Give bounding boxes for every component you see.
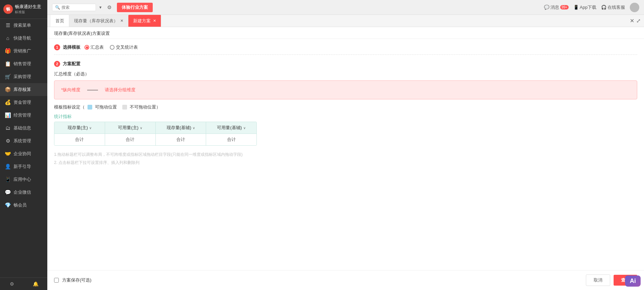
stats-section: 统计指标 现存量(主) ∨ 可用量(主) ∨	[54, 114, 637, 146]
online-service-label: 在线客服	[608, 4, 625, 10]
message-btn[interactable]: 💬 消息 99+	[544, 4, 569, 10]
table-header-0[interactable]: 现存量(主) ∨	[54, 122, 105, 134]
basic-info-icon: 🗂	[5, 125, 11, 131]
table-body-3: 合计	[206, 134, 256, 145]
sidebar-item-inventory[interactable]: 📦 库存核算	[0, 83, 47, 96]
dimension-box[interactable]: *纵向维度 —— 请选择分组维度	[54, 80, 637, 99]
sound-icon: 🔔	[33, 281, 39, 287]
sidebar-item-enterprise-wechat[interactable]: 💬 企业微信	[0, 186, 47, 199]
message-badge: 99+	[560, 5, 569, 9]
unmovable-badge	[122, 105, 127, 110]
search-input[interactable]	[61, 5, 92, 10]
tip1: 1.拖动标题栏可以调整布局，不可跨维度或指标区域拖动栏目字段(只能在同一维度或指…	[54, 151, 637, 159]
vip-icon: 💎	[5, 202, 11, 208]
tip2: 2. 点击标题栏下拉可设置排序、插入列和删除列	[54, 159, 637, 167]
app-version: 标准版	[15, 10, 41, 15]
radio-summary-dot	[84, 45, 89, 50]
tab-expand-btn[interactable]: ⤢	[636, 18, 641, 24]
tips-section: 1.拖动标题栏可以调整布局，不可跨维度或指标区域拖动栏目字段(只能在同一维度或指…	[54, 151, 637, 166]
sidebar-item-label: 企业协同	[14, 151, 31, 157]
wechat-icon: 💬	[5, 189, 11, 195]
step2-header: 2 方案配置	[54, 61, 637, 67]
sidebar-item-label: 新手引导	[14, 164, 31, 170]
new-guide-icon: 👤	[5, 164, 11, 170]
sidebar-item-marketing[interactable]: 🎁 营销推广	[0, 45, 47, 57]
radio-crosstab-label: 交叉统计表	[116, 44, 138, 50]
finance-icon: 💰	[5, 99, 11, 105]
gear-icon: ⚙	[10, 281, 14, 287]
sidebar-item-label: 企业微信	[14, 189, 31, 195]
sidebar-item-cooperation[interactable]: 🤝 企业协同	[0, 147, 47, 160]
step2-title: 方案配置	[63, 61, 80, 67]
sidebar-item-basic-info[interactable]: 🗂 基础信息	[0, 122, 47, 135]
sidebar-item-app-center[interactable]: 📱 应用中心	[0, 173, 47, 186]
table-body-2: 合计	[156, 134, 206, 145]
table-header-3[interactable]: 可用量(基辅) ∨	[206, 122, 256, 134]
operations-icon: 📊	[5, 112, 11, 118]
tab-inventory-close[interactable]: ✕	[120, 19, 123, 23]
app-name: 畅康通好生意	[15, 4, 41, 10]
save-scheme-checkbox[interactable]	[54, 278, 59, 283]
sidebar-logo: 畅 畅康通好生意 标准版	[0, 0, 47, 19]
dimension-required-label: *纵向维度	[61, 87, 80, 93]
sidebar-item-finance[interactable]: 💰 资金管理	[0, 96, 47, 109]
radio-summary[interactable]: 汇总表	[84, 44, 104, 50]
sidebar-item-operations[interactable]: 📊 经营管理	[0, 109, 47, 122]
step2-section: 2 方案配置 汇总维度（必选） *纵向维度 —— 请选择分组维度 模板指标设定（	[54, 61, 637, 166]
table-header-1[interactable]: 可用量(主) ∨	[105, 122, 156, 134]
sidebar-item-quick-nav[interactable]: ⌂ 快捷导航	[0, 32, 47, 45]
tab-close-all-btn[interactable]: ✕	[630, 18, 634, 24]
table-header-2[interactable]: 现存量(基辅) ∨	[156, 122, 206, 134]
sidebar-item-label: 经营管理	[14, 112, 31, 118]
chevron-down-icon-1: ∨	[140, 126, 142, 130]
sidebar-item-system[interactable]: ⚙ 系统管理	[0, 135, 47, 147]
search-dropdown-btn[interactable]: ▾	[99, 5, 102, 10]
tab-new-scheme[interactable]: 新建方案 ✕	[128, 15, 161, 27]
topbar-right: 💬 消息 99+ 📱 App下载 🎧 在线客服	[544, 3, 639, 12]
sidebar-item-label: 应用中心	[14, 176, 31, 183]
user-avatar[interactable]	[630, 3, 639, 12]
sidebar-item-label: 畅会员	[14, 202, 27, 208]
message-label: 消息	[550, 4, 559, 10]
logo-icon: 畅	[3, 4, 13, 14]
topbar-gear-icon[interactable]: ⚙	[105, 4, 114, 11]
app-download-label: App下载	[580, 4, 596, 10]
step1-title: 选择模板	[63, 44, 80, 50]
sidebar-item-purchase[interactable]: 🛒 采购管理	[0, 70, 47, 83]
cancel-button[interactable]: 取消	[586, 274, 610, 286]
sidebar-item-new-guide[interactable]: 👤 新手引导	[0, 160, 47, 173]
sidebar-item-label: 基础信息	[14, 125, 31, 131]
main-area: 🔍 ▾ ⚙ 体验行业方案 💬 消息 99+ 📱 App下载 🎧 在线客服	[47, 0, 644, 290]
step2-badge: 2	[54, 61, 60, 67]
radio-crosstab[interactable]: 交叉统计表	[110, 44, 138, 50]
sidebar-nav: ☰ 搜索菜单 ⌂ 快捷导航 🎁 营销推广 📋 销售管理 🛒 采购管理 📦 库存核…	[0, 19, 47, 277]
form-area: 1 选择模板 汇总表 交叉统计表	[47, 39, 644, 270]
content-area: 现存量(库存状况表)方案设置 1 选择模板 汇总表 交叉统计表	[47, 27, 644, 290]
tab-inventory-status[interactable]: 现存量（库存状况表） ✕	[69, 15, 128, 27]
indicator-settings: 模板指标设定（ 可拖动位置 不可拖动位置）	[54, 104, 637, 110]
sidebar-item-sales[interactable]: 📋 销售管理	[0, 57, 47, 70]
tabbar: 首页 现存量（库存状况表） ✕ 新建方案 ✕ ✕ ⤢	[47, 15, 644, 27]
step1-section: 1 选择模板 汇总表 交叉统计表	[54, 44, 637, 55]
template-options: 汇总表 交叉统计表	[84, 44, 138, 50]
tab-home[interactable]: 首页	[51, 15, 69, 27]
sidebar-item-search-menu[interactable]: ☰ 搜索菜单	[0, 19, 47, 32]
dimension-arrow: ——	[87, 87, 98, 93]
sidebar-item-label: 采购管理	[14, 74, 31, 80]
tab-actions: ✕ ⤢	[630, 18, 641, 24]
step1-header: 1 选择模板 汇总表 交叉统计表	[54, 44, 637, 50]
dimension-placeholder: 请选择分组维度	[105, 87, 135, 93]
online-service-btn[interactable]: 🎧 在线客服	[601, 4, 625, 10]
sound-btn[interactable]: 🔔	[24, 278, 47, 290]
sidebar-item-vip[interactable]: 💎 畅会员	[0, 199, 47, 212]
trial-btn[interactable]: 体验行业方案	[117, 3, 153, 12]
settings-btn[interactable]: ⚙	[0, 278, 24, 290]
sales-icon: 📋	[5, 61, 11, 67]
save-scheme-label: 方案保存(可选)	[62, 277, 92, 283]
sidebar-item-label: 库存核算	[14, 87, 31, 93]
topbar-search-box[interactable]: 🔍	[52, 4, 96, 11]
app-download-btn[interactable]: 📱 App下载	[573, 4, 596, 10]
chevron-down-icon-0: ∨	[89, 126, 92, 130]
tab-new-scheme-close[interactable]: ✕	[153, 19, 156, 23]
ai-badge[interactable]: Ai	[625, 275, 641, 287]
